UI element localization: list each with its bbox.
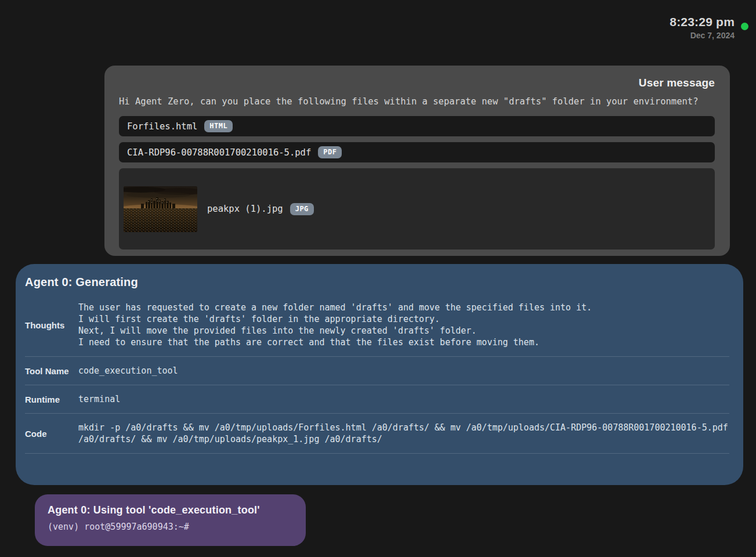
file-type-badge: PDF xyxy=(318,146,342,158)
runtime-text: terminal xyxy=(78,393,729,405)
clock-time: 8:23:29 pm xyxy=(670,15,735,29)
agent-generating-card: Agent 0: Generating Thoughts The user ha… xyxy=(16,264,743,485)
file-type-badge: JPG xyxy=(290,203,314,215)
city-night-photo-thumbnail[interactable] xyxy=(124,186,197,232)
attachment-row-image[interactable]: peakpx (1).jpg JPG xyxy=(119,168,715,249)
user-message-title: User message xyxy=(119,77,715,89)
attachment-filename: Forfiles.html xyxy=(127,121,197,132)
status-bar: 8:23:29 pm Dec 7, 2024 xyxy=(670,15,748,40)
clock-date: Dec 7, 2024 xyxy=(670,31,735,40)
clock: 8:23:29 pm Dec 7, 2024 xyxy=(670,15,735,40)
row-label: Code xyxy=(25,428,78,439)
agent-row-thoughts: Thoughts The user has requested to creat… xyxy=(25,294,729,357)
user-message-text: Hi Agent Zero, can you place the followi… xyxy=(119,96,715,108)
row-label: Runtime xyxy=(25,394,78,405)
attachment-row-pdf[interactable]: CIA-RDP96-00788R001700210016-5.pdf PDF xyxy=(119,142,715,162)
chat-page: 8:23:29 pm Dec 7, 2024 User message Hi A… xyxy=(0,0,756,557)
tool-usage-title: Agent 0: Using tool 'code_execution_tool… xyxy=(48,504,293,516)
row-label: Thoughts xyxy=(25,320,78,331)
agent-row-tool-name: Tool Name code_execution_tool xyxy=(25,357,729,385)
row-label: Tool Name xyxy=(25,366,78,377)
tool-name-text: code_execution_tool xyxy=(78,365,729,377)
tool-usage-card: Agent 0: Using tool 'code_execution_tool… xyxy=(35,494,306,546)
connection-status-dot xyxy=(741,23,748,30)
agent-row-code: Code mkdir -p /a0/drafts && mv /a0/tmp/u… xyxy=(25,414,729,454)
attachment-filename: CIA-RDP96-00788R001700210016-5.pdf xyxy=(127,147,311,158)
code-text: mkdir -p /a0/drafts && mv /a0/tmp/upload… xyxy=(78,422,729,445)
user-message-card: User message Hi Agent Zero, can you plac… xyxy=(104,66,730,256)
file-type-badge: HTML xyxy=(204,120,233,132)
attachment-filename: peakpx (1).jpg xyxy=(207,204,283,214)
thoughts-text: The user has requested to create a new f… xyxy=(78,302,729,348)
agent-row-runtime: Runtime terminal xyxy=(25,385,729,414)
agent-card-title: Agent 0: Generating xyxy=(25,276,729,289)
attachment-row-html[interactable]: Forfiles.html HTML xyxy=(119,116,715,136)
terminal-prompt-line: (venv) root@59997a690943:~# xyxy=(48,522,293,532)
